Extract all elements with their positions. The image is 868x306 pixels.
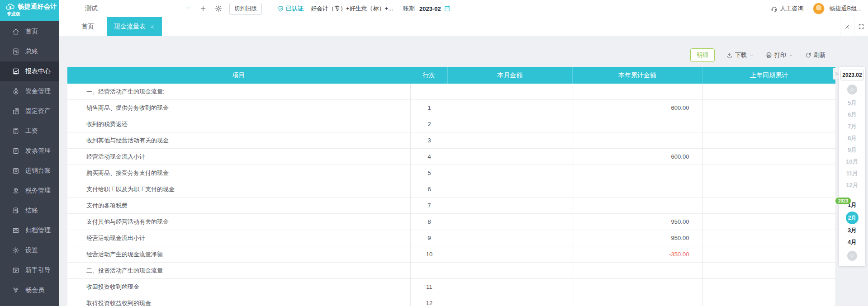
report-toolbar: 明细 下载 打印 刷新: [690, 48, 825, 62]
sidebar-item-报表中心[interactable]: 报表中心: [0, 61, 59, 81]
sidebar-item-资金管理[interactable]: 资金管理: [0, 81, 59, 101]
report-table-body: 一、经营活动产生的现金流量: 销售商品、提供劳务收到的现金 1 600.00 收…: [67, 84, 835, 306]
cell-line: 5: [410, 165, 448, 181]
calendar-icon[interactable]: [444, 5, 451, 12]
detail-button[interactable]: 明细: [690, 48, 715, 62]
month-item-2月[interactable]: 2月: [846, 212, 859, 224]
table-row: 销售商品、提供劳务收到的现金 1 600.00: [67, 100, 835, 116]
invoice-icon: [12, 147, 19, 155]
cell-month: [448, 132, 573, 148]
home-icon: [12, 28, 19, 36]
cell-line: [410, 263, 448, 278]
table-row: 经营活动现金流出小计 9 950.00: [67, 230, 835, 246]
month-item-10月: 10月: [839, 156, 865, 168]
refresh-button[interactable]: 刷新: [805, 51, 825, 59]
cell-ytd: 600.00: [573, 100, 703, 116]
month-item-6月: 6月: [839, 109, 865, 121]
table-row: 收到的税费返还 2: [67, 116, 835, 132]
cell-line: 10: [410, 246, 448, 262]
column-header-prior: 上年同期累计: [702, 67, 835, 84]
cell-line: 6: [410, 181, 448, 197]
cell-month: [448, 198, 573, 213]
tabbar: 首页 现金流量表: [59, 17, 868, 36]
company-selector[interactable]: 测试: [85, 0, 191, 17]
cell-ytd: [573, 132, 703, 148]
close-tabs-button[interactable]: [840, 17, 854, 36]
cell-prior: [702, 116, 835, 132]
sidebar-item-label: 归档管理: [25, 226, 51, 235]
sidebar-item-畅会员[interactable]: 畅会员: [0, 280, 59, 300]
add-account-button[interactable]: [199, 5, 207, 12]
cell-month: [448, 295, 573, 306]
sidebar-item-label: 畅会员: [25, 286, 44, 294]
report-chart-icon: [12, 68, 19, 75]
sidebar-item-总账[interactable]: 总账: [0, 42, 59, 61]
cell-line: 4: [410, 149, 448, 165]
cell-ytd: [573, 295, 703, 306]
print-button[interactable]: 打印: [766, 51, 793, 59]
user-name[interactable]: 畅捷通B组...: [829, 5, 862, 13]
close-icon[interactable]: [150, 24, 155, 29]
sidebar-item-label: 发票管理: [25, 147, 51, 155]
sidebar-item-新手引导[interactable]: 新手引导: [0, 260, 59, 280]
cash-flow-table: 项目 行次 本月金额 本年累计金额 上年同期累计 一、经营活动产生的现金流量: …: [67, 67, 836, 306]
sidebar-item-设置[interactable]: 设置: [0, 240, 59, 260]
cell-ytd: [573, 198, 703, 213]
cell-prior: [702, 100, 835, 116]
sidebar-item-发票管理[interactable]: 发票管理: [0, 141, 59, 161]
sidebar-item-工资[interactable]: 工资: [0, 121, 59, 141]
month-item-4月[interactable]: 4月: [839, 236, 865, 248]
column-header-item: 项目: [67, 67, 410, 84]
archive-icon: [12, 227, 19, 235]
sidebar-item-结账[interactable]: 结账: [0, 201, 59, 221]
table-row: 二、投资活动产生的现金流量: [67, 263, 835, 279]
printer-icon: [766, 52, 772, 58]
current-period[interactable]: 2023.02: [840, 70, 864, 80]
cell-item: 收到的税费返还: [67, 116, 410, 132]
app-edition: 专业版: [6, 11, 55, 17]
sidebar-item-label: 工资: [25, 127, 38, 135]
gear-icon[interactable]: [215, 5, 222, 12]
sidebar-item-归档管理[interactable]: 归档管理: [0, 221, 59, 240]
cell-prior: [702, 263, 835, 278]
tab-home[interactable]: 首页: [75, 17, 100, 36]
scroll-down-button[interactable]: [847, 251, 857, 261]
sidebar-item-固定资产[interactable]: 固定资产: [0, 101, 59, 121]
sidebar-item-税务管理[interactable]: 税务管理: [0, 181, 59, 201]
table-row: 收到其他与经营活动有关的现金 3: [67, 132, 835, 149]
cell-prior: [702, 181, 835, 197]
month-item-12月: 12月: [839, 179, 865, 191]
support-link[interactable]: 人工咨询: [771, 5, 803, 13]
fullscreen-button[interactable]: [854, 17, 868, 36]
sidebar-item-label: 进销台账: [25, 167, 51, 175]
cell-line: 12: [410, 295, 448, 306]
cell-month: [448, 230, 573, 246]
scroll-up-button[interactable]: [847, 85, 857, 94]
table-row: 收回投资收到的现金 11: [67, 279, 835, 295]
chevron-down-icon: [185, 5, 191, 12]
topbar: 测试 切到旧版 已认证 好会计（专）+好生意（标）+... 账期 2023-02…: [59, 0, 868, 17]
switch-old-version-button[interactable]: 切到旧版: [229, 3, 262, 15]
cell-prior: [702, 198, 835, 213]
sidebar-item-首页[interactable]: 首页: [0, 22, 59, 42]
month-item-7月: 7月: [839, 121, 865, 132]
divider: [808, 5, 808, 13]
cell-prior: [702, 149, 835, 165]
table-row: 取得投资收益收到的现金 12: [67, 295, 835, 306]
download-button[interactable]: 下载: [726, 51, 754, 59]
cell-ytd: [573, 263, 703, 278]
product-text: 好会计（专）+好生意（标）+...: [311, 5, 393, 13]
period-panel: 2023.02 5月6月7月8月9月10月11月12月1月2月3月4月 2023: [839, 67, 865, 266]
tab-cash-flow-statement[interactable]: 现金流量表: [107, 17, 162, 36]
cell-prior: [702, 246, 835, 262]
user-avatar[interactable]: [813, 3, 825, 14]
sidebar-item-进销台账[interactable]: 进销台账: [0, 161, 59, 181]
cell-ytd: [573, 279, 703, 295]
month-item-3月[interactable]: 3月: [839, 225, 865, 236]
sidebar-item-label: 设置: [25, 246, 38, 254]
cell-month: [448, 263, 573, 278]
cell-month: [448, 84, 573, 99]
sidebar-item-label: 总账: [25, 47, 38, 56]
cell-line: 7: [410, 198, 448, 213]
membership-icon: [12, 287, 19, 294]
